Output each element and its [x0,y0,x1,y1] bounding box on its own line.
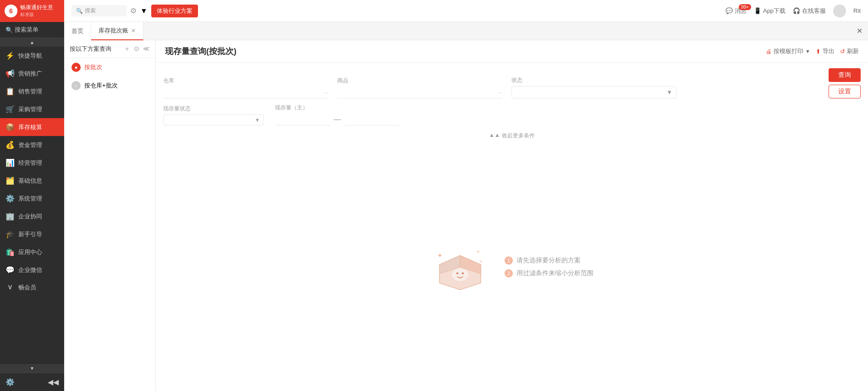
main-area: 🔍 搜索 ⚙ ▼ 体验行业方案 💬 消息 99+ 📱 App下载 🎧 在线客服 … [64,0,868,391]
filter-stock-amount: 现存量（主） — [275,104,400,125]
sidebar-item-purchase[interactable]: 🛒 采购管理 [0,100,64,118]
sidebar-item-label: 库存核算 [18,123,42,131]
page-title: 现存量查询(按批次) [165,46,236,57]
left-panel-title: 按以下方案查询 [70,45,111,53]
sidebar-item-label: 经营管理 [18,159,42,167]
sidebar-scroll: ⚡ 快捷导航 📢 营销推广 📋 销售管理 🛒 采购管理 📦 库存核算 💰 资金管… [0,47,64,364]
username-label: Rit [853,7,861,14]
sidebar-item-quick-nav[interactable]: ⚡ 快捷导航 [0,47,64,65]
scheme-dot-active: ● [71,63,81,72]
action-buttons: 查询 设置 [824,68,861,98]
filter-product: 商品 ··· [337,77,511,98]
message-badge: 99+ [739,4,751,10]
left-panel-header: 按以下方案查询 ＋ ⊙ ≪ [64,40,155,58]
quick-nav-icon: ⚡ [5,51,15,60]
sidebar-item-marketing[interactable]: 📢 营销推广 [0,65,64,82]
topbar: 🔍 搜索 ⚙ ▼ 体验行业方案 💬 消息 99+ 📱 App下载 🎧 在线客服 … [64,0,868,22]
status-select[interactable]: ▼ [511,86,676,98]
stock-status-label: 现存量状态 [163,105,264,113]
product-input[interactable] [337,89,498,96]
empty-hints: 1 请先选择要分析的方案 2 用过滤条件来缩小分析范围 [505,256,593,277]
user-avatar[interactable] [833,5,846,17]
stock-status-dropdown-icon: ▼ [255,117,260,123]
tab-close-all-btn[interactable]: ✕ [851,22,868,40]
svg-text:●: ● [480,259,482,263]
sidebar-item-appstore[interactable]: 🛍️ 应用中心 [0,243,64,261]
warehouse-more-icon[interactable]: ··· [324,89,328,96]
empty-hint-1: 1 请先选择要分析的方案 [505,256,593,265]
svg-point-4 [456,272,458,274]
topbar-left: 🔍 搜索 ⚙ ▼ 体验行业方案 [71,5,198,17]
sales-icon: 📋 [5,87,15,96]
add-scheme-icon[interactable]: ＋ [124,45,130,53]
app-download-btn[interactable]: 📱 App下载 [754,7,786,15]
collapse-left-icon[interactable]: ≪ [143,45,150,53]
sidebar-item-wechat[interactable]: 💬 企业微信 [0,261,64,279]
stock-amount-to[interactable] [345,114,400,125]
trial-btn[interactable]: 体验行业方案 [151,5,198,17]
purchase-icon: 🛒 [5,105,15,114]
headset-icon: 🎧 [793,7,800,14]
tab-close-icon[interactable]: ✕ [131,27,136,34]
hint2-text: 用过滤条件来缩小分析范围 [516,269,593,277]
tab-batch-account[interactable]: 库存批次账 ✕ [91,22,143,40]
setting-btn[interactable]: 设置 [829,85,861,98]
export-btn[interactable]: ⬆ 导出 [816,47,835,55]
sidebar: 6 畅康通好生意 标准版 🔍 搜索菜单 ▲ ⚡ 快捷导航 📢 营销推广 📋 销售… [0,0,64,391]
warehouse-input-wrap[interactable]: ··· [163,87,328,98]
query-btn[interactable]: 查询 [829,68,861,82]
topbar-search[interactable]: 🔍 搜索 [71,5,126,16]
stock-amount-dash: — [334,115,341,124]
sidebar-item-operation[interactable]: 📊 经营管理 [0,154,64,172]
warehouse-label: 仓库 [163,77,328,85]
stock-status-select[interactable]: ▼ [163,114,264,125]
sidebar-item-label: 快捷导航 [18,52,42,60]
collapse-filter-btn[interactable]: ▲▲ 收起更多条件 [156,129,868,142]
print-dropdown-icon[interactable]: ▼ [805,49,810,54]
scroll-up-btn[interactable]: ▲ [0,38,64,47]
tab-home[interactable]: 首页 [64,22,91,40]
topbar-gear-icon[interactable]: ⚙ [130,6,137,15]
system-icon: ⚙️ [5,194,15,203]
sidebar-item-member[interactable]: V 畅会员 [0,279,64,296]
sidebar-header: 6 畅康通好生意 标准版 [0,0,64,22]
guide-icon: 🎓 [5,230,15,239]
collapse-sidebar-icon[interactable]: ◀◀ [48,378,59,386]
print-template-btn[interactable]: 🖨 按模板打印 ▼ [766,47,810,55]
product-more-icon[interactable]: ··· [498,89,502,96]
messages-btn[interactable]: 💬 消息 99+ [725,7,747,15]
warehouse-input[interactable] [163,89,324,96]
scheme-by-batch[interactable]: ● 按批次 [64,58,155,76]
page-actions: 🖨 按模板打印 ▼ ⬆ 导出 ↺ 刷新 [766,47,859,55]
product-input-wrap[interactable]: ··· [337,87,502,98]
tab-batch-account-label: 库存批次账 [99,27,128,35]
sidebar-item-basic[interactable]: 🗂️ 基础信息 [0,172,64,190]
settings-icon[interactable]: ⚙️ [5,378,15,386]
scheme-by-warehouse-batch[interactable]: ○ 按仓库+批次 [64,76,155,95]
empty-svg: ✦ ✦ ● [430,237,490,297]
member-icon: V [5,284,15,291]
hint1-text: 请先选择要分析的方案 [516,256,581,265]
stock-amount-from[interactable] [275,114,330,125]
filter-area: 仓库 ··· 商品 ··· [156,63,868,142]
scroll-down-btn[interactable]: ▼ [0,364,64,373]
topbar-search-icon: 🔍 [76,8,83,14]
online-service-btn[interactable]: 🎧 在线客服 [793,7,826,15]
topbar-dropdown-icon[interactable]: ▼ [140,7,148,15]
sidebar-item-finance[interactable]: 💰 资金管理 [0,136,64,154]
refresh-btn[interactable]: ↺ 刷新 [840,47,859,55]
sidebar-item-sales[interactable]: 📋 销售管理 [0,82,64,100]
scheme-settings-icon[interactable]: ⊙ [134,45,139,53]
empty-illustration: ✦ ✦ ● [430,237,490,297]
sidebar-item-inventory[interactable]: 📦 库存核算 [0,118,64,136]
search-icon: 🔍 [5,27,13,33]
sidebar-item-enterprise[interactable]: 🏢 企业协同 [0,207,64,225]
search-menu[interactable]: 🔍 搜索菜单 [0,22,64,38]
export-label: 导出 [823,47,835,55]
main-content: 现存量查询(按批次) 🖨 按模板打印 ▼ ⬆ 导出 ↺ 刷新 [156,40,868,391]
refresh-icon: ↺ [840,48,845,55]
sidebar-item-label: 企业微信 [18,266,42,274]
sidebar-item-guide[interactable]: 🎓 新手引导 [0,225,64,243]
sidebar-item-system[interactable]: ⚙️ 系统管理 [0,190,64,207]
app-logo: 6 [5,5,17,17]
